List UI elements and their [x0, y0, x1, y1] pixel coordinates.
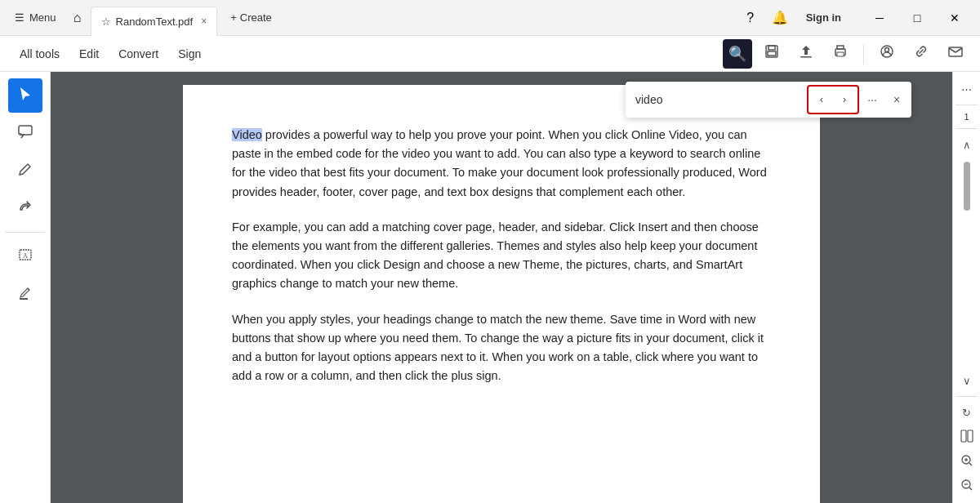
share-button[interactable]	[872, 39, 902, 69]
search-prev-button[interactable]: ‹	[810, 88, 833, 111]
home-button[interactable]: ⌂	[65, 5, 91, 31]
svg-point-8	[885, 48, 889, 52]
menu-convert[interactable]: Convert	[109, 42, 168, 65]
menu-edit[interactable]: Edit	[69, 42, 109, 65]
menubar: All tools Edit Convert Sign 🔍	[0, 36, 980, 72]
link-icon	[913, 43, 929, 64]
more-icon: ⋯	[961, 83, 972, 96]
tab-close-icon[interactable]: ×	[201, 16, 207, 27]
search-nav-group: ‹ ›	[807, 85, 859, 114]
page-number: 1	[964, 112, 969, 122]
bell-icon: 🔔	[772, 10, 788, 25]
zoom-out-button[interactable]	[956, 475, 978, 496]
svg-rect-2	[768, 51, 776, 56]
menu-all-tools[interactable]: All tools	[10, 42, 69, 65]
email-button[interactable]	[941, 39, 970, 69]
compare-button[interactable]	[956, 426, 978, 447]
upload-button[interactable]	[791, 39, 821, 69]
upload-icon	[798, 43, 814, 64]
menu-sign[interactable]: Sign	[168, 42, 211, 65]
menubar-divider	[863, 44, 864, 64]
pdf-page: Video provides a powerful way to help yo…	[183, 85, 820, 503]
search-bar: ‹ › ··· ×	[626, 82, 911, 118]
refresh-icon: ↻	[962, 407, 971, 419]
signin-label: Sign in	[806, 11, 841, 24]
search-next-button[interactable]: ›	[833, 88, 856, 111]
edit-label: Edit	[79, 47, 99, 60]
help-icon: ?	[746, 11, 754, 25]
svg-rect-1	[768, 46, 775, 50]
search-close-button[interactable]: ×	[885, 88, 908, 111]
svg-text:A: A	[23, 252, 28, 260]
search-button[interactable]: 🔍	[723, 39, 752, 69]
main-layout: A ‹ ›	[0, 72, 980, 503]
highlight-tool-button[interactable]	[8, 277, 42, 311]
paragraph-3-text: When you apply styles, your headings cha…	[232, 313, 764, 383]
highlight-video: Video	[232, 128, 262, 141]
paragraph-1-text: provides a powerful way to help you prov…	[232, 128, 767, 198]
text-select-icon: A	[17, 247, 33, 267]
scrollbar-thumb[interactable]	[964, 162, 970, 211]
convert-label: Convert	[118, 47, 158, 60]
more-options-button[interactable]: ⋯	[956, 78, 978, 100]
paragraph-1: Video provides a powerful way to help yo…	[232, 126, 771, 202]
svg-line-19	[969, 463, 972, 465]
tab-title: RandomText.pdf	[116, 16, 194, 28]
select-icon	[17, 86, 33, 106]
signin-button[interactable]: Sign in	[796, 8, 851, 27]
home-icon: ⌂	[74, 11, 82, 25]
search-input[interactable]	[635, 93, 799, 106]
rp-separator-1	[956, 105, 977, 105]
text-select-tool-button[interactable]: A	[8, 239, 42, 274]
share-icon	[879, 43, 895, 64]
zoom-in-button[interactable]	[956, 451, 978, 472]
link-tool-button[interactable]	[8, 191, 42, 225]
create-button[interactable]: + Create	[220, 8, 282, 27]
search-input-wrapper	[629, 91, 805, 108]
select-tool-button[interactable]	[8, 78, 42, 113]
minimize-button[interactable]: ─	[861, 5, 898, 31]
highlight-icon	[17, 284, 33, 305]
rp-separator-2	[956, 128, 977, 129]
paragraph-2-text: For example, you can add a matching cove…	[232, 220, 759, 291]
window-controls: ─ □ ✕	[861, 5, 973, 31]
menu-button[interactable]: ☰ Menu	[7, 8, 65, 27]
svg-rect-15	[968, 430, 973, 442]
save-button[interactable]	[757, 39, 786, 69]
create-label: Create	[240, 11, 272, 24]
pdf-tab[interactable]: ☆ RandomText.pdf ×	[91, 7, 218, 36]
maximize-icon: □	[914, 11, 920, 24]
search-more-button[interactable]: ···	[861, 88, 884, 111]
email-icon	[947, 43, 964, 64]
chevron-down-icon: ∨	[963, 375, 971, 387]
notifications-button[interactable]: 🔔	[767, 5, 793, 31]
right-panel: ⋯ 1 ∧ ∨ ↻	[952, 72, 980, 503]
pdf-area: ‹ › ··· × Video provides a powerful way …	[51, 72, 952, 503]
scroll-down-button[interactable]: ∨	[956, 370, 978, 391]
tab-star-icon: ☆	[101, 16, 111, 28]
search-icon: 🔍	[728, 45, 746, 63]
compare-icon	[960, 430, 973, 445]
left-toolbar: A	[0, 72, 51, 503]
scroll-up-button[interactable]: ∧	[956, 134, 978, 155]
help-button[interactable]: ?	[737, 5, 764, 31]
zoom-out-icon	[960, 479, 973, 494]
refresh-button[interactable]: ↻	[956, 402, 978, 423]
svg-rect-14	[961, 430, 966, 442]
close-icon: ×	[893, 93, 900, 106]
tool-separator-1	[5, 232, 45, 233]
close-button[interactable]: ✕	[936, 5, 973, 31]
svg-line-22	[969, 487, 972, 490]
chevron-up-icon: ∧	[963, 139, 971, 151]
menu-label: Menu	[29, 11, 56, 24]
pen-tool-button[interactable]	[8, 154, 42, 188]
comment-tool-button[interactable]	[8, 116, 42, 150]
chevron-right-icon: ›	[843, 94, 846, 105]
print-button[interactable]	[826, 39, 855, 69]
maximize-button[interactable]: □	[898, 5, 936, 31]
scrollbar-track[interactable]	[964, 158, 970, 367]
svg-rect-6	[837, 52, 844, 56]
link-button[interactable]	[906, 39, 936, 69]
hamburger-icon: ☰	[15, 11, 24, 24]
titlebar: ☰ Menu ⌂ ☆ RandomText.pdf × + Create ? 🔔…	[0, 0, 980, 36]
